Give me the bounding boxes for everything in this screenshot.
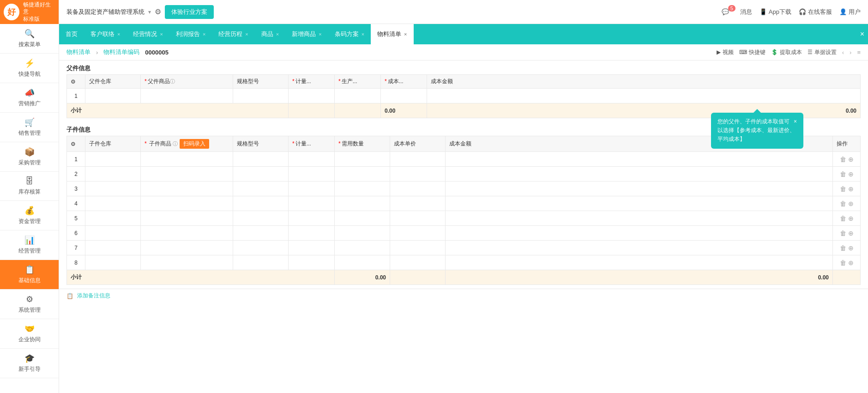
child-row-6-cost-amount[interactable] xyxy=(446,226,833,241)
child-row-8-goods[interactable] xyxy=(141,255,233,270)
copy-row-1-btn[interactable]: ⊕ xyxy=(848,156,854,163)
child-row-5-unit-cost[interactable] xyxy=(390,211,446,226)
child-row-1-cost-amount[interactable] xyxy=(446,152,833,167)
breadcrumb-bom-list[interactable]: 物料清单 xyxy=(66,48,90,56)
child-row-8-warehouse[interactable] xyxy=(85,255,141,270)
copy-row-8-btn[interactable]: ⊕ xyxy=(848,259,854,266)
tooltip-close-btn[interactable]: × xyxy=(794,117,797,126)
child-row-3-spec[interactable] xyxy=(233,181,289,196)
view-btn[interactable]: ▶ 视频 xyxy=(717,48,734,56)
sidebar-item-sales[interactable]: 🛒 销售管理 xyxy=(0,113,59,142)
child-row-6-unit-cost[interactable] xyxy=(390,226,446,241)
delete-row-7-btn[interactable]: 🗑 xyxy=(840,244,846,252)
sidebar-item-marketing[interactable]: 📣 营销推广 xyxy=(0,83,59,113)
view-grid-icon[interactable]: ≡ xyxy=(857,49,861,56)
child-row-7-needed[interactable] xyxy=(335,241,390,255)
app-download-button[interactable]: 📱 App下载 xyxy=(760,8,791,16)
child-row-3-quantity[interactable] xyxy=(289,181,335,196)
child-row-3-warehouse[interactable] xyxy=(85,181,141,196)
child-row-5-goods[interactable] xyxy=(141,211,233,226)
parent-row-1-goods[interactable] xyxy=(141,89,233,103)
copy-row-3-btn[interactable]: ⊕ xyxy=(848,185,854,193)
tab-new-goods-close[interactable]: × xyxy=(319,31,321,37)
child-row-4-goods[interactable] xyxy=(141,196,233,211)
child-row-1-spec[interactable] xyxy=(233,152,289,167)
sidebar-item-system[interactable]: ⚙ 系统管理 xyxy=(0,290,59,319)
child-row-6-warehouse[interactable] xyxy=(85,226,141,241)
sidebar-item-purchase[interactable]: 📦 采购管理 xyxy=(0,142,59,172)
child-row-5-cost-amount[interactable] xyxy=(446,211,833,226)
parent-row-1-cost-amount[interactable] xyxy=(427,89,861,103)
sidebar-item-guide[interactable]: 🎓 新手引导 xyxy=(0,349,59,378)
child-row-3-cost-amount[interactable] xyxy=(446,181,833,196)
child-row-2-needed[interactable] xyxy=(335,167,390,181)
tab-bom[interactable]: 物料清单 × xyxy=(371,24,413,44)
online-service-button[interactable]: 🎧 在线客服 xyxy=(799,8,832,16)
sidebar-item-enterprise[interactable]: 🤝 企业协同 xyxy=(0,319,59,349)
child-row-8-needed[interactable] xyxy=(335,255,390,270)
child-row-7-unit-cost[interactable] xyxy=(390,241,446,255)
note-label[interactable]: 添加备注信息 xyxy=(77,292,110,300)
child-row-6-quantity[interactable] xyxy=(289,226,335,241)
delete-row-6-btn[interactable]: 🗑 xyxy=(840,230,846,237)
child-row-8-quantity[interactable] xyxy=(289,255,335,270)
tab-home[interactable]: 首页 xyxy=(59,24,84,44)
delete-row-2-btn[interactable]: 🗑 xyxy=(840,170,846,178)
parent-row-1-spec[interactable] xyxy=(233,89,289,103)
child-row-4-cost-amount[interactable] xyxy=(446,196,833,211)
tab-history[interactable]: 经营历程 × xyxy=(212,24,254,44)
delete-row-5-btn[interactable]: 🗑 xyxy=(840,215,846,222)
copy-row-7-btn[interactable]: ⊕ xyxy=(848,244,854,252)
child-row-4-spec[interactable] xyxy=(233,196,289,211)
child-row-2-unit-cost[interactable] xyxy=(390,167,446,181)
child-row-2-quantity[interactable] xyxy=(289,167,335,181)
sidebar-item-operations[interactable]: 📊 经营管理 xyxy=(0,230,59,260)
child-row-2-spec[interactable] xyxy=(233,167,289,181)
delete-row-1-btn[interactable]: 🗑 xyxy=(840,156,846,163)
child-row-3-unit-cost[interactable] xyxy=(390,181,446,196)
child-row-5-quantity[interactable] xyxy=(289,211,335,226)
child-row-1-goods[interactable] xyxy=(141,152,233,167)
sidebar-item-inventory[interactable]: 🗄 库存核算 xyxy=(0,172,59,201)
tab-customers-close[interactable]: × xyxy=(117,31,120,37)
child-row-7-warehouse[interactable] xyxy=(85,241,141,255)
tab-operations-close[interactable]: × xyxy=(160,31,163,37)
child-row-1-quantity[interactable] xyxy=(289,152,335,167)
shortcut-btn[interactable]: ⌨ 快捷键 xyxy=(739,48,766,56)
nav-next-icon[interactable]: › xyxy=(850,49,851,56)
sidebar-item-quick-nav[interactable]: ⚡ 快捷导航 xyxy=(0,54,59,83)
tab-profit[interactable]: 利润报告 × xyxy=(169,24,212,44)
tab-barcode-close[interactable]: × xyxy=(362,31,364,37)
sidebar-item-finance[interactable]: 💰 资金管理 xyxy=(0,201,59,230)
child-row-8-spec[interactable] xyxy=(233,255,289,270)
child-row-1-needed[interactable] xyxy=(335,152,390,167)
sidebar-item-basic-info[interactable]: 📋 基础信息 xyxy=(0,260,59,290)
parent-th-settings[interactable]: ⚙ xyxy=(67,75,85,89)
child-th-settings[interactable]: ⚙ xyxy=(67,136,85,152)
trial-btn[interactable]: 体验行业方案 xyxy=(165,5,214,19)
child-row-7-spec[interactable] xyxy=(233,241,289,255)
tab-bom-close[interactable]: × xyxy=(404,31,407,37)
child-row-6-goods[interactable] xyxy=(141,226,233,241)
child-row-4-quantity[interactable] xyxy=(289,196,335,211)
tab-goods-close[interactable]: × xyxy=(276,31,279,37)
parent-row-1-quantity[interactable] xyxy=(289,89,335,103)
user-button[interactable]: 👤 用户 xyxy=(839,8,861,16)
copy-row-5-btn[interactable]: ⊕ xyxy=(848,215,854,222)
message-button[interactable]: 💬 5 消息 xyxy=(722,8,752,16)
tab-barcode[interactable]: 条码方案 × xyxy=(328,24,371,44)
child-row-6-needed[interactable] xyxy=(335,226,390,241)
child-row-3-needed[interactable] xyxy=(335,181,390,196)
child-row-2-goods[interactable] xyxy=(141,167,233,181)
delete-row-3-btn[interactable]: 🗑 xyxy=(840,185,846,193)
child-row-4-needed[interactable] xyxy=(335,196,390,211)
system-title-dropdown-icon[interactable]: ▾ xyxy=(148,9,151,15)
child-row-5-warehouse[interactable] xyxy=(85,211,141,226)
tab-customers[interactable]: 客户联络 × xyxy=(84,24,127,44)
copy-row-2-btn[interactable]: ⊕ xyxy=(848,170,854,178)
tab-history-close[interactable]: × xyxy=(245,31,248,37)
single-settings-btn[interactable]: ☰ 单据设置 xyxy=(808,48,837,56)
child-row-7-goods[interactable] xyxy=(141,241,233,255)
child-row-1-warehouse[interactable] xyxy=(85,152,141,167)
child-row-7-quantity[interactable] xyxy=(289,241,335,255)
